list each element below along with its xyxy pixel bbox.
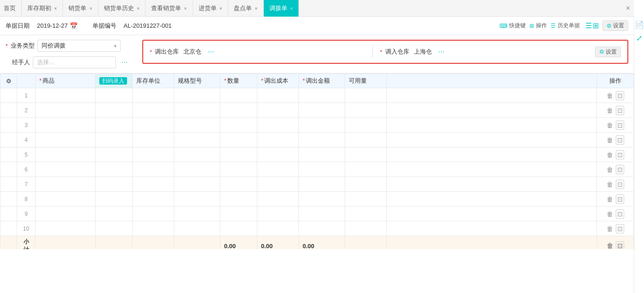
row-amount-cell[interactable]	[299, 118, 345, 133]
row-gear-cell[interactable]	[0, 162, 17, 177]
copy-icon[interactable]: ⊡	[616, 224, 624, 233]
row-cost-cell[interactable]	[257, 162, 299, 177]
tab-inventory-init[interactable]: 库存期初×	[22, 0, 63, 17]
row-goods-cell[interactable]	[36, 207, 96, 221]
row-goods-cell[interactable]	[36, 88, 96, 103]
row-amount-cell[interactable]	[299, 177, 345, 192]
row-gear-cell[interactable]	[0, 177, 17, 192]
row-unit-cell[interactable]	[133, 192, 174, 207]
settings-button[interactable]: ⚙ 设置	[602, 20, 628, 31]
row-spec-cell[interactable]	[174, 221, 220, 236]
row-gear-cell[interactable]	[0, 207, 17, 221]
tab-sales-order[interactable]: 销货单×	[63, 0, 98, 17]
row-qty-cell[interactable]	[220, 207, 257, 221]
row-amount-cell[interactable]	[299, 103, 345, 118]
tab-close-sales-history[interactable]: ×	[137, 6, 140, 11]
copy-icon[interactable]: ⊡	[616, 91, 624, 100]
row-cost-cell[interactable]	[257, 133, 299, 147]
row-unit-cell[interactable]	[133, 118, 174, 133]
tab-close-sales-order[interactable]: ×	[89, 6, 92, 11]
row-gear-cell[interactable]	[0, 103, 17, 118]
row-qty-cell[interactable]	[220, 162, 257, 177]
row-qty-cell[interactable]	[220, 147, 257, 162]
row-spec-cell[interactable]	[174, 103, 220, 118]
row-unit-cell[interactable]	[133, 207, 174, 221]
warehouse-settings-button[interactable]: ⚙ 设置	[595, 47, 621, 57]
copy-icon[interactable]: ⊡	[616, 195, 624, 204]
tab-close-purchase-order[interactable]: ×	[219, 6, 222, 11]
row-goods-cell[interactable]	[36, 103, 96, 118]
delete-icon[interactable]: 🗑	[607, 210, 613, 218]
tab-close-view-sales[interactable]: ×	[184, 6, 187, 11]
row-cost-cell[interactable]	[257, 221, 299, 236]
row-goods-cell[interactable]	[36, 221, 96, 236]
row-goods-cell[interactable]	[36, 177, 96, 192]
row-qty-cell[interactable]	[220, 221, 257, 236]
row-cost-cell[interactable]	[257, 207, 299, 221]
business-type-dropdown[interactable]: 同价调拨 ▾	[37, 40, 121, 52]
warehouse-in-more-icon[interactable]: ···	[438, 48, 444, 56]
delete-icon[interactable]: 🗑	[607, 92, 613, 99]
delete-icon[interactable]: 🗑	[607, 181, 613, 188]
row-spec-cell[interactable]	[174, 192, 220, 207]
layout-list-icon[interactable]: ☰	[585, 21, 592, 30]
row-spec-cell[interactable]	[174, 162, 220, 177]
calendar-icon[interactable]: 📅	[70, 22, 78, 30]
row-goods-cell[interactable]	[36, 162, 96, 177]
row-spec-cell[interactable]	[174, 177, 220, 192]
row-unit-cell[interactable]	[133, 162, 174, 177]
delete-icon[interactable]: 🗑	[607, 195, 613, 203]
row-spec-cell[interactable]	[174, 147, 220, 162]
row-qty-cell[interactable]	[220, 103, 257, 118]
row-unit-cell[interactable]	[133, 147, 174, 162]
row-cost-cell[interactable]	[257, 88, 299, 103]
operations-button[interactable]: ⊞ 操作	[529, 22, 547, 30]
delete-icon[interactable]: 🗑	[607, 107, 613, 114]
row-qty-cell[interactable]	[220, 133, 257, 147]
row-amount-cell[interactable]	[299, 221, 345, 236]
copy-icon[interactable]: ⊡	[616, 106, 624, 115]
row-unit-cell[interactable]	[133, 88, 174, 103]
history-button[interactable]: ☰ 历史单据	[551, 22, 580, 30]
row-cost-cell[interactable]	[257, 192, 299, 207]
window-close-button[interactable]: ×	[626, 4, 630, 12]
row-amount-cell[interactable]	[299, 162, 345, 177]
copy-icon[interactable]: ⊡	[616, 135, 624, 145]
row-amount-cell[interactable]	[299, 133, 345, 147]
row-cost-cell[interactable]	[257, 118, 299, 133]
copy-icon[interactable]: ⊡	[616, 121, 624, 130]
tab-close-inventory-init[interactable]: ×	[54, 6, 57, 11]
copy-icon[interactable]: ⊡	[616, 209, 624, 219]
row-amount-cell[interactable]	[299, 88, 345, 103]
row-unit-cell[interactable]	[133, 221, 174, 236]
col-gear-header[interactable]: ⚙	[0, 74, 17, 88]
tab-view-sales[interactable]: 查看销货单×	[146, 0, 193, 17]
shortcuts-button[interactable]: ⌨ 快捷键	[499, 22, 526, 30]
person-more-icon[interactable]: ···	[122, 58, 128, 67]
row-goods-cell[interactable]	[36, 192, 96, 207]
row-gear-cell[interactable]	[0, 118, 17, 133]
row-gear-cell[interactable]	[0, 221, 17, 236]
delete-icon[interactable]: 🗑	[607, 225, 613, 232]
row-spec-cell[interactable]	[174, 207, 220, 221]
row-cost-cell[interactable]	[257, 147, 299, 162]
copy-icon[interactable]: ⊡	[616, 150, 624, 159]
row-qty-cell[interactable]	[220, 177, 257, 192]
warehouse-out-more-icon[interactable]: ···	[208, 48, 214, 56]
row-qty-cell[interactable]	[220, 118, 257, 133]
row-spec-cell[interactable]	[174, 133, 220, 147]
row-gear-cell[interactable]	[0, 133, 17, 147]
row-spec-cell[interactable]	[174, 118, 220, 133]
row-qty-cell[interactable]	[220, 192, 257, 207]
delete-icon[interactable]: 🗑	[607, 242, 613, 249]
date-picker[interactable]: 2019-12-27 📅	[37, 22, 78, 30]
delete-icon[interactable]: 🗑	[607, 122, 613, 129]
tab-inventory-check[interactable]: 盘点单×	[228, 0, 263, 17]
row-spec-cell[interactable]	[174, 88, 220, 103]
tab-home[interactable]: 首页	[4, 0, 22, 17]
row-unit-cell[interactable]	[133, 177, 174, 192]
row-gear-cell[interactable]	[0, 88, 17, 103]
copy-icon[interactable]: ⊡	[616, 180, 624, 189]
person-dropdown[interactable]: 选择...	[33, 56, 116, 68]
tab-transfer-order[interactable]: 调拨单×	[264, 0, 299, 17]
